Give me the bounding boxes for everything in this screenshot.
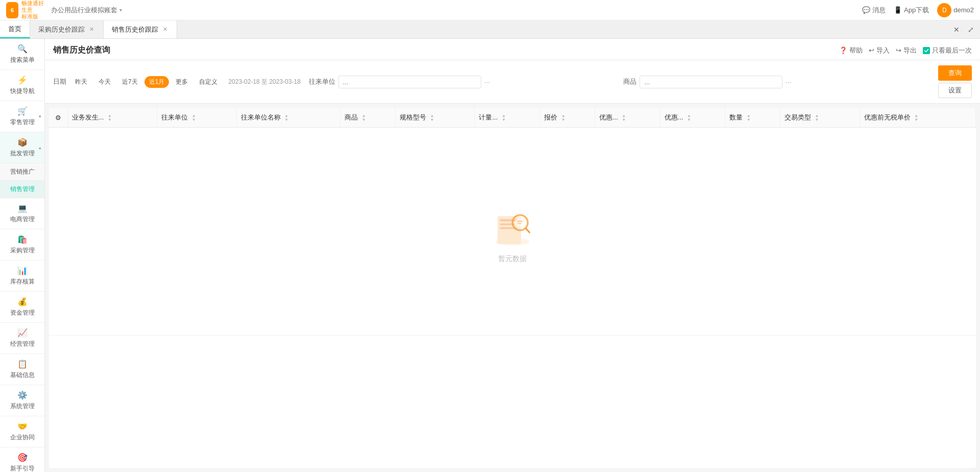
settings-col-icon[interactable]: ⚙ [55,114,61,122]
sort-party-code-icon: ▲▼ [192,114,196,122]
top-bar-left: 6 畅捷通好生意 标准版 办公用品行业模拟账套 ▾ [6,0,122,20]
date-filter-group: 日期 昨天 今天 近7天 近1月 更多 自定义 2023-02-18 至 202… [53,76,301,88]
page-header: 销售历史价查询 ❓ 帮助 ↩ 导入 ↪ 导出 [45,39,980,60]
help-button[interactable]: ❓ 帮助 [839,46,863,55]
top-bar-right: 💬 消息 📱 App下载 D demo2 [862,3,974,17]
retail-icon: 🛒 [17,106,28,116]
col-settings[interactable]: ⚙ [49,108,67,128]
table-wrapper: ⚙ 业务发生... ▲▼ 往来单位 ▲▼ 往来单位名称 [49,108,976,468]
tab-sales-history[interactable]: 销售历史价跟踪 ✕ [104,20,177,38]
sort-goods-icon: ▲▼ [362,114,366,122]
sidebar-item-ecommerce[interactable]: 💻 电商管理 [0,198,44,229]
search-icon: 🔍 [17,44,28,54]
ops-icon: 📈 [17,328,28,338]
empty-state-cell: 暂元数据 [49,128,976,336]
goods-input[interactable] [640,76,782,88]
col-price[interactable]: 报价 ▲▼ [540,108,595,128]
col-biz-date[interactable]: 业务发生... ▲▼ [67,108,157,128]
col-party-name[interactable]: 往来单位名称 ▲▼ [236,108,340,128]
col-discount2[interactable]: 优惠... ▲▼ [660,108,725,128]
data-table: ⚙ 业务发生... ▲▼ 往来单位 ▲▼ 往来单位名称 [49,108,976,336]
sort-discount2-icon: ▲▼ [687,114,691,122]
date-btn-more[interactable]: 更多 [171,76,192,88]
goods-filter-label: 商品 [623,77,636,86]
settings-button[interactable]: 设置 [938,83,972,98]
date-btn-today[interactable]: 今天 [94,76,115,88]
content-area: 销售历史价查询 ❓ 帮助 ↩ 导入 ↪ 导出 [45,39,980,472]
sidebar-item-inventory[interactable]: 📊 库存核算 [0,261,44,292]
logo-area: 6 畅捷通好生意 标准版 [6,0,47,20]
sort-party-name-icon: ▲▼ [284,114,288,122]
maximize-button[interactable]: ⤢ [966,23,976,36]
sidebar: 🔍 搜索菜单 ⚡ 快捷导航 🛒 零售管理 ▾ 📦 批发管理 ▴ 营销推广 销售管… [0,39,45,472]
sidebar-item-purchase[interactable]: 🛍️ 采购管理 [0,229,44,261]
avatar: D [937,3,951,17]
party-input[interactable] [338,76,481,88]
home-tab-label: 首页 [8,25,21,34]
sidebar-sub-item-sales-mgmt[interactable]: 销售管理 [0,181,45,198]
page-title: 销售历史价查询 [53,45,110,56]
close-all-tabs-button[interactable]: ✕ [951,23,962,36]
sidebar-item-enterprise[interactable]: 🤝 企业协同 [0,416,44,447]
sidebar-sub-item-marketing[interactable]: 营销推广 [0,163,45,181]
import-icon: ↩ [869,46,874,54]
page-header-actions: ❓ 帮助 ↩ 导入 ↪ 导出 只看最后一次 [839,46,972,55]
sort-discount1-icon: ▲▼ [622,114,626,122]
col-quantity[interactable]: 数量 ▲▼ [725,108,780,128]
tab-purchase-history[interactable]: 采购历史价跟踪 ✕ [30,20,104,38]
date-options: 昨天 今天 近7天 近1月 更多 自定义 [70,76,222,88]
only-last-checkbox[interactable]: 只看最后一次 [923,46,972,55]
col-spec[interactable]: 规格型号 ▲▼ [395,108,475,128]
close-sales-tab-button[interactable]: ✕ [161,26,168,33]
filter-bar: 日期 昨天 今天 近7天 近1月 更多 自定义 2023-02-18 至 202… [45,60,980,104]
svg-point-8 [515,218,525,228]
date-btn-7days[interactable]: 近7天 [117,76,142,88]
party-filter-ellipsis[interactable]: ··· [484,78,490,86]
col-unit[interactable]: 计量... ▲▼ [475,108,540,128]
sidebar-item-wholesale-label: 批发管理 [10,149,35,158]
date-btn-yesterday[interactable]: 昨天 [70,76,92,88]
sidebar-item-inventory-label: 库存核算 [10,277,35,286]
sidebar-item-system[interactable]: ⚙️ 系统管理 [0,385,44,416]
sidebar-wholesale-sub: 营销推广 销售管理 [0,163,45,198]
sidebar-item-finance-label: 资金管理 [10,309,35,317]
message-button[interactable]: 💬 消息 [862,6,886,15]
user-avatar[interactable]: D demo2 [937,3,974,17]
logo-icon: 6 [6,2,18,18]
system-icon: ⚙️ [17,390,28,400]
sidebar-item-quick-nav[interactable]: ⚡ 快捷导航 [0,70,44,101]
workspace-title[interactable]: 办公用品行业模拟账套 ▾ [51,6,122,15]
col-goods[interactable]: 商品 ▲▼ [340,108,396,128]
app-download-button[interactable]: 📱 App下载 [894,6,929,15]
sidebar-item-retail[interactable]: 🛒 零售管理 ▾ [0,101,44,132]
enterprise-icon: 🤝 [17,421,28,431]
goods-filter-ellipsis[interactable]: ··· [786,78,791,86]
workspace-dropdown-icon[interactable]: ▾ [119,7,122,13]
sidebar-item-finance[interactable]: 💰 资金管理 [0,292,44,323]
col-no-tax-price[interactable]: 优惠前无税单价 ▲▼ [860,108,975,128]
sidebar-item-newbie[interactable]: 🎯 新手引导 [0,447,44,472]
tab-home[interactable]: 首页 [0,20,30,38]
date-btn-custom[interactable]: 自定义 [194,76,222,88]
close-purchase-tab-button[interactable]: ✕ [88,26,95,33]
import-button[interactable]: ↩ 导入 [869,46,890,55]
col-discount1[interactable]: 优惠... ▲▼ [595,108,660,128]
tab-extra-controls: ✕ ⤢ [947,20,980,38]
sidebar-item-enterprise-label: 企业协同 [10,433,35,442]
col-party-code[interactable]: 往来单位 ▲▼ [157,108,237,128]
retail-expand-icon: ▾ [39,114,41,119]
sidebar-item-wholesale[interactable]: 📦 批发管理 ▴ [0,132,44,163]
main-layout: 🔍 搜索菜单 ⚡ 快捷导航 🛒 零售管理 ▾ 📦 批发管理 ▴ 营销推广 销售管… [0,39,980,472]
sidebar-item-search[interactable]: 🔍 搜索菜单 [0,39,44,70]
sidebar-item-ops[interactable]: 📈 经营管理 [0,323,44,354]
export-button[interactable]: ↪ 导出 [896,46,917,55]
party-filter-group: 往来单位 ··· [309,76,616,88]
sidebar-item-quick-nav-label: 快捷导航 [10,87,35,96]
date-filter-label: 日期 [53,77,66,86]
wholesale-icon: 📦 [17,137,28,147]
col-trade-type[interactable]: 交易类型 ▲▼ [780,108,860,128]
sidebar-item-basic[interactable]: 📋 基础信息 [0,354,44,385]
sidebar-item-search-label: 搜索菜单 [10,56,35,64]
date-btn-1month[interactable]: 近1月 [144,76,169,88]
search-button[interactable]: 查询 [938,65,972,81]
